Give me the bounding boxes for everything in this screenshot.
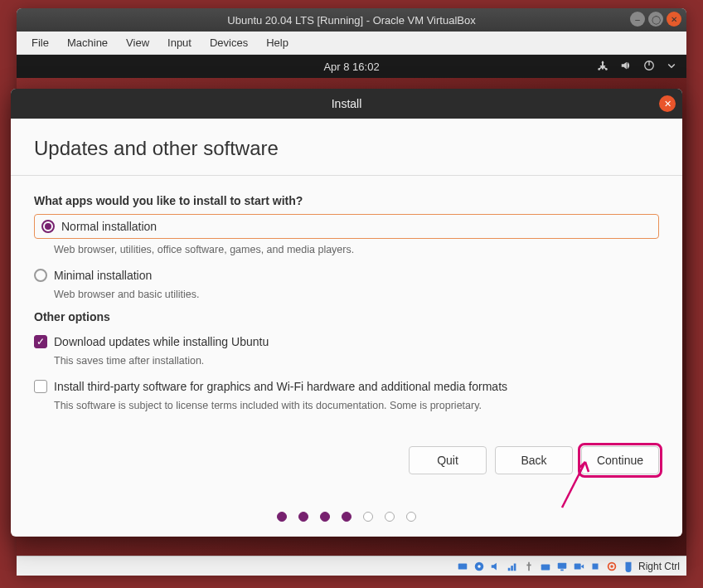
back-button[interactable]: Back: [495, 446, 573, 474]
svg-rect-13: [575, 563, 581, 569]
download-updates-desc: This saves time after installation.: [54, 355, 659, 367]
svg-rect-9: [514, 563, 516, 571]
svg-rect-12: [560, 569, 564, 571]
settings-icon[interactable]: [605, 560, 618, 573]
normal-label: Normal installation: [61, 220, 157, 233]
minimal-install-option[interactable]: Minimal installation: [34, 265, 659, 285]
mouse-integration-icon[interactable]: [622, 560, 635, 573]
progress-dot: [363, 512, 373, 522]
third-party-desc: This software is subject to license term…: [54, 400, 659, 411]
installer-title: Install: [332, 97, 362, 110]
svg-point-6: [478, 565, 481, 568]
guest-topbar-right: [597, 60, 676, 74]
minimize-button[interactable]: –: [630, 12, 645, 27]
progress-dot: [342, 512, 352, 522]
third-party-option[interactable]: Install third-party software for graphic…: [34, 377, 659, 396]
disk-icon[interactable]: [456, 560, 469, 573]
radio-minimal[interactable]: [34, 269, 47, 282]
vbox-title: Ubuntu 20.04 LTS [Running] - Oracle VM V…: [227, 14, 475, 27]
menu-file[interactable]: File: [23, 34, 57, 51]
apps-question: What apps would you like to install to s…: [34, 194, 659, 207]
guest-topbar: Apr 8 16:02: [17, 55, 686, 78]
svg-rect-11: [558, 562, 567, 568]
vbox-statusbar: Right Ctrl: [17, 556, 686, 576]
installer-titlebar[interactable]: Install ✕: [11, 89, 682, 119]
network-icon[interactable]: [597, 60, 608, 74]
optical-icon[interactable]: [473, 560, 486, 573]
installer-window: Install ✕ Updates and other software Wha…: [11, 89, 682, 537]
download-updates-option[interactable]: ✓ Download updates while installing Ubun…: [34, 332, 659, 352]
other-options-heading: Other options: [34, 310, 659, 323]
radio-normal[interactable]: [41, 220, 55, 233]
menu-input[interactable]: Input: [159, 34, 200, 51]
page-heading: Updates and other software: [34, 137, 659, 160]
menu-help[interactable]: Help: [258, 34, 297, 51]
divider: [11, 175, 682, 176]
svg-point-16: [610, 565, 613, 568]
vbox-menubar: File Machine View Input Devices Help: [17, 32, 686, 55]
vbox-window-controls: – ◯ ✕: [630, 12, 681, 27]
installer-close-button[interactable]: ✕: [659, 95, 676, 112]
normal-desc: Web browser, utilities, office software,…: [54, 244, 659, 255]
installer-body: Updates and other software What apps wou…: [11, 119, 682, 411]
progress-dots: [277, 512, 416, 522]
shared-folder-icon[interactable]: [539, 560, 552, 573]
audio-icon[interactable]: [489, 560, 502, 573]
normal-install-option[interactable]: Normal installation: [34, 214, 659, 239]
progress-dot: [277, 512, 287, 522]
progress-dot: [385, 512, 395, 522]
progress-dot: [320, 512, 330, 522]
recording-icon[interactable]: [572, 560, 585, 573]
svg-rect-7: [508, 567, 511, 571]
third-party-label: Install third-party software for graphic…: [54, 380, 507, 393]
power-icon[interactable]: [643, 60, 655, 74]
checkbox-third-party[interactable]: [34, 380, 47, 393]
quit-button[interactable]: Quit: [409, 446, 487, 474]
menu-view[interactable]: View: [118, 34, 158, 51]
network-status-icon[interactable]: [506, 560, 519, 573]
menu-machine[interactable]: Machine: [59, 34, 116, 51]
chevron-down-icon[interactable]: [667, 61, 676, 73]
usb-icon[interactable]: [522, 560, 536, 573]
checkbox-download-updates[interactable]: ✓: [34, 335, 47, 348]
menu-devices[interactable]: Devices: [201, 34, 256, 51]
svg-rect-8: [511, 566, 513, 571]
minimal-desc: Web browser and basic utilities.: [54, 289, 659, 300]
progress-dot: [298, 512, 308, 522]
svg-rect-14: [592, 563, 598, 569]
virtualbox-window: Ubuntu 20.04 LTS [Running] - Oracle VM V…: [17, 8, 686, 572]
maximize-button[interactable]: ◯: [648, 12, 663, 27]
guest-desktop: Install ✕ Updates and other software Wha…: [17, 78, 686, 556]
display-icon[interactable]: [555, 560, 569, 573]
hostkey-label: Right Ctrl: [638, 561, 680, 572]
svg-rect-4: [458, 563, 468, 569]
nav-buttons: Quit Back Continue: [409, 446, 659, 474]
download-updates-label: Download updates while installing Ubuntu: [54, 335, 269, 348]
vbox-titlebar[interactable]: Ubuntu 20.04 LTS [Running] - Oracle VM V…: [17, 8, 686, 32]
guest-clock[interactable]: Apr 8 16:02: [323, 61, 379, 73]
cpu-icon[interactable]: [589, 560, 602, 573]
minimal-label: Minimal installation: [54, 269, 152, 282]
svg-rect-10: [541, 564, 550, 570]
progress-dot: [406, 512, 416, 522]
close-button[interactable]: ✕: [667, 12, 681, 27]
volume-icon[interactable]: [620, 60, 632, 74]
continue-button[interactable]: Continue: [581, 446, 659, 474]
